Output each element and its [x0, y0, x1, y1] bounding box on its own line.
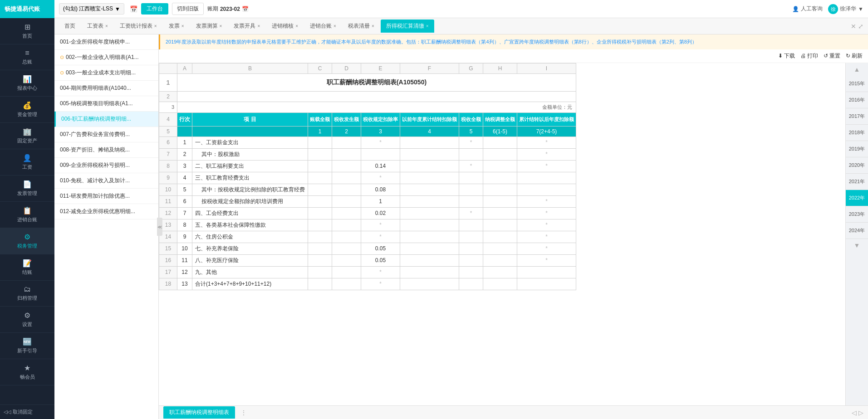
data-row-17: 17 12 九、其他 * — [159, 266, 576, 278]
tab-sales-ledger[interactable]: 进销台账 × — [304, 19, 342, 33]
col-xiangmu: 项 目 — [192, 112, 308, 126]
data-row-16: 16 11 八、补充医疗保险 0.05 * — [159, 254, 576, 266]
tab-tax-settlement[interactable]: 所得税汇算清缴 × — [381, 19, 434, 33]
file-item-006[interactable]: 006-职工薪酬纳税调整明细... — [54, 112, 158, 127]
f-1[interactable] — [400, 136, 459, 148]
year-2016[interactable]: 2016年 — [846, 92, 868, 108]
tab-audit[interactable]: 进销稽核 × — [266, 19, 304, 33]
file-item-009[interactable]: 009-企业所得税税补亏损明... — [54, 158, 158, 173]
tab-close-audit[interactable]: × — [295, 24, 298, 29]
file-item-004[interactable]: 004-期间费用明细表(A1040... — [54, 81, 158, 96]
sheet-tab-active[interactable]: 职工薪酬纳税调整明细表 — [163, 406, 235, 419]
tab-invoice-open[interactable]: 发票开具 × — [228, 19, 265, 33]
sidebar-item-settings[interactable]: ⚙ 设置 — [0, 307, 54, 333]
tab-payroll[interactable]: 工资表 × — [82, 19, 113, 33]
file-item-008[interactable]: 008-资产折旧、摊销及纳税... — [54, 142, 158, 158]
file-item-005[interactable]: 005-纳税调整项目明细表(A1... — [54, 96, 158, 112]
c-1[interactable] — [308, 136, 332, 148]
invoice-mgmt-icon: 📄 — [23, 180, 32, 189]
file-item-001[interactable]: 001-企业所得税年度纳税申... — [54, 34, 158, 50]
tab-tax-list[interactable]: 税表清册 × — [343, 19, 380, 33]
tab-close-invoice-open[interactable]: × — [257, 24, 260, 29]
sidebar-item-home[interactable]: ⊞ 首页 — [0, 18, 54, 44]
switch-version-button[interactable]: 切到旧版 — [172, 3, 204, 15]
print-button[interactable]: 🖨 打印 — [800, 52, 818, 60]
file-item-002[interactable]: ⊙ 002-一般企业收入明细表(A1... — [54, 50, 158, 65]
header-row-5: 5 1 2 3 4 5 6(1-5) 7(2+4-5) — [159, 126, 576, 136]
sidebar-item-guide[interactable]: 🆕 新手引导 — [0, 333, 54, 359]
home-icon: ⊞ — [25, 23, 30, 31]
tab-close-invoice-calc[interactable]: × — [220, 24, 222, 29]
tab-close-tax-list[interactable]: × — [372, 24, 374, 29]
download-icon: ⬇ — [778, 53, 783, 59]
period-calendar-icon[interactable]: 📅 — [242, 6, 249, 12]
num-10: 10 — [177, 243, 192, 254]
sidebar-bottom[interactable]: ◁◁ 取消固定 — [0, 404, 54, 419]
year-2021[interactable]: 2021年 — [846, 174, 868, 190]
tab-close-payroll-stats[interactable]: × — [154, 24, 157, 29]
d-1[interactable] — [332, 136, 361, 148]
sidebar-item-tax-mgmt[interactable]: ⚙ 税务管理 — [0, 228, 54, 254]
workspace-button[interactable]: 工作台 — [141, 3, 168, 15]
num-7: 7 — [177, 207, 192, 219]
download-button[interactable]: ⬇ 下载 — [778, 52, 795, 60]
data-row-11: 11 6 按税收规定全额扣除的职培训费用 1 * — [159, 195, 576, 207]
sidebar-item-invoice-mgmt[interactable]: 📄 发票管理 — [0, 175, 54, 202]
file-item-012[interactable]: 012-减免企业所得税优惠明细... — [54, 204, 158, 219]
year-2015[interactable]: 2015年 — [846, 76, 868, 92]
collapse-panel-button[interactable]: ≪ — [157, 218, 162, 236]
tab-invoice[interactable]: 发票 × — [163, 19, 190, 33]
sidebar-item-payroll[interactable]: 👤 工资 — [0, 149, 54, 175]
refresh-icon: ↻ — [846, 53, 850, 59]
tab-close-payroll[interactable]: × — [105, 24, 108, 29]
col-header-F: F — [400, 63, 459, 73]
file-item-011[interactable]: 011-研发费用加计扣除优惠... — [54, 189, 158, 204]
data-row-18: 18 13 合计(1+3+4+7+8+9+10+11+12) * — [159, 278, 576, 290]
sidebar-item-ledger[interactable]: ≡ 总账 — [0, 44, 54, 70]
tab-invoice-calc[interactable]: 发票测算 × — [191, 19, 228, 33]
sidebar-item-report[interactable]: 📊 报表中心 — [0, 70, 54, 97]
sidebar-item-archive[interactable]: 🗂 归档管理 — [0, 281, 54, 307]
sales-ledger-icon: 📋 — [23, 206, 32, 215]
user-menu[interactable]: 徐 徐泽华 ▼ — [828, 4, 863, 14]
sheet-scroll-right[interactable]: ▷ — [858, 409, 863, 416]
sidebar-item-fixed-assets[interactable]: 🏢 固定资产 — [0, 123, 54, 149]
file-item-003[interactable]: ⊙ 003-一般企业成本支出明细... — [54, 65, 158, 81]
support-link[interactable]: 👤 人工客询 — [792, 5, 823, 13]
year-2024[interactable]: 2024年 — [846, 223, 868, 239]
tab-close-all[interactable]: ✕ — [851, 23, 856, 30]
tabbar-actions: ✕ ⤢ — [851, 23, 863, 30]
sidebar-item-sales-ledger[interactable]: 📋 进销台账 — [0, 202, 54, 228]
tab-home[interactable]: 首页 — [59, 19, 81, 33]
file-item-007[interactable]: 007-广告费和业务宣传费明... — [54, 127, 158, 142]
year-2023[interactable]: 2023年 — [846, 206, 868, 223]
sidebar-item-capital[interactable]: 💰 资金管理 — [0, 97, 54, 123]
tab-close-invoice[interactable]: × — [181, 24, 184, 29]
col-taxfull: 税收全额 — [459, 112, 483, 126]
tab-close-sales-ledger[interactable]: × — [333, 24, 336, 29]
report-icon: 📊 — [23, 75, 32, 83]
company-selector[interactable]: (勾划) 江西赣宝-LSS ▼ — [59, 3, 124, 15]
sidebar-item-member[interactable]: ★ 畅会员 — [0, 359, 54, 385]
year-nav-down[interactable]: ▼ — [846, 239, 868, 252]
year-2020[interactable]: 2020年 — [846, 157, 868, 174]
data-row-10: 10 5 其中：按税收规定比例扣除的职工教育经费 0.08 — [159, 184, 576, 195]
tab-expand[interactable]: ⤢ — [858, 23, 863, 30]
e-11: 0.05 — [361, 254, 400, 266]
sheet-scroll-left[interactable]: ◁ — [852, 409, 857, 416]
sheet-options-icon[interactable]: ⋮ — [240, 409, 247, 416]
year-2019[interactable]: 2019年 — [846, 141, 868, 157]
tab-close-tax-settlement[interactable]: × — [426, 24, 429, 29]
year-2017[interactable]: 2017年 — [846, 108, 868, 125]
tab-payroll-stats[interactable]: 工资统计报表 × — [114, 19, 162, 33]
year-nav-up[interactable]: ▲ — [846, 63, 868, 76]
sidebar-item-close[interactable]: 📝 结账 — [0, 254, 54, 281]
archive-icon: 🗂 — [24, 285, 31, 293]
h-1[interactable] — [483, 136, 517, 148]
reset-button[interactable]: ↺ 重置 — [824, 52, 840, 60]
year-2022[interactable]: 2022年 — [846, 190, 868, 206]
refresh-button[interactable]: ↻ 刷新 — [846, 52, 863, 60]
file-item-010[interactable]: 010-免税、减计收入及加计... — [54, 173, 158, 189]
e-1: * — [361, 136, 400, 148]
year-2018[interactable]: 2018年 — [846, 125, 868, 141]
